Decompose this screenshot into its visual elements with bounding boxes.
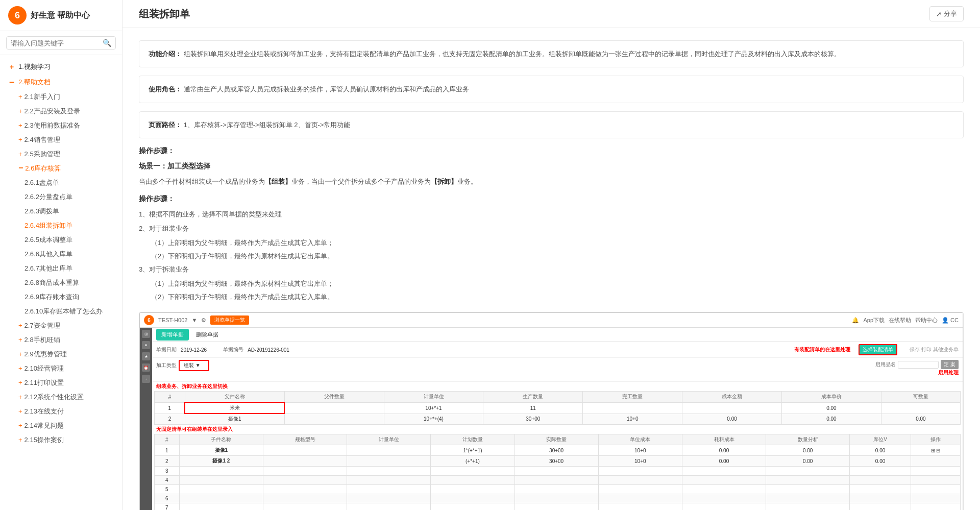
sidebar-item-coupon[interactable]: +2.9优惠券管理 xyxy=(0,347,122,361)
cell: 0.00 xyxy=(781,402,881,414)
confirm-btn[interactable]: 定 案 xyxy=(941,360,959,369)
child-table-header: # 子件名称 规格型号 计量单位 计划数量 实际数量 单位成本 耗料成本 数量分 xyxy=(155,434,961,445)
cell: 7 xyxy=(155,503,180,510)
app-tab-delete[interactable]: 删除单据 xyxy=(191,329,224,341)
plus-icon-print: + xyxy=(18,379,22,386)
sidebar-item-docs[interactable]: − 2.帮助文档 xyxy=(0,75,122,90)
select-bom-btn[interactable]: 选择装配清单 xyxy=(859,344,897,355)
sidebar-item-install[interactable]: +2.2产品安装及登录 xyxy=(0,104,122,118)
sidebar-item-cost-adjust[interactable]: 2.6.5成本调整单 xyxy=(0,233,122,247)
sidebar-item-stock-error[interactable]: 2.6.10库存账本错了怎么办 xyxy=(0,304,122,319)
cell: 摄像1 xyxy=(185,414,284,425)
browse-btn[interactable]: 浏览单据一览 xyxy=(210,315,249,325)
app-tab-new[interactable]: 新增单据 xyxy=(156,329,189,341)
sidebar-item-video[interactable]: + 1.视频学习 xyxy=(0,59,122,75)
sidebar-item-prepare[interactable]: +2.3使用前数据准备 xyxy=(0,118,122,133)
sidebar-menu-icon[interactable]: ≡ xyxy=(142,341,150,349)
cell: 30+00 xyxy=(483,414,583,425)
cell: 5 xyxy=(155,485,180,494)
form-no-value: AD-20191226-001 xyxy=(248,347,289,353)
feature-intro-text: 组装拆卸单用来处理企业组装或拆卸等加工业务，支持有固定装配清单的产品加工业务，也… xyxy=(184,50,841,58)
search-input[interactable] xyxy=(11,39,103,47)
enable-input[interactable] xyxy=(898,361,939,369)
sidebar-item-sales[interactable]: +2.4销售管理 xyxy=(0,133,122,147)
sidebar-item-newbie[interactable]: +2.1新手入门 xyxy=(0,90,122,104)
table-row: 2 摄像1 2 (+*+1) 30+00 10+0 0.00 0.00 xyxy=(155,456,961,467)
sidebar-item-purchase[interactable]: +2.5采购管理 xyxy=(0,147,122,161)
plus-icon-coupon: + xyxy=(18,350,22,358)
col-plan-qty: 计划数量 xyxy=(431,434,514,445)
col-actual-qty: 实际数量 xyxy=(514,434,598,445)
app-main-content: 新增单据 删除单据 单据日期 2019-12-26 单据编号 AD-201912… xyxy=(152,328,963,510)
search-box[interactable]: 🔍 xyxy=(6,36,116,50)
sidebar-item-operation[interactable]: +2.10经营管理 xyxy=(0,361,122,376)
sidebar-star-icon[interactable]: ★ xyxy=(142,352,150,360)
parent-table: # 父件名称 父件数量 计量单位 生产数量 完工数量 成本金额 成本单价 可数量 xyxy=(154,391,961,425)
form-date-label: 单据日期 xyxy=(156,346,177,353)
cell xyxy=(263,476,347,485)
cell xyxy=(179,467,263,476)
step-3-sub2: （2）下部明细为子件明细，最终作为产成品生成其它入库单。 xyxy=(151,290,964,304)
sidebar-item-stocktake[interactable]: 2.6.1盘点单 xyxy=(0,176,122,190)
feature-intro-block: 功能介绍： 组装拆卸单用来处理企业组装或拆卸等加工业务，支持有固定装配清单的产品… xyxy=(139,40,964,67)
sidebar-item-settings[interactable]: +2.12系统个性化设置 xyxy=(0,390,122,404)
sidebar-item-faq[interactable]: +2.14常见问题 xyxy=(0,419,122,433)
sidebar-clock-icon[interactable]: ⏰ xyxy=(142,363,150,372)
minus-icon-inventory: − xyxy=(18,163,23,172)
cell xyxy=(682,503,766,510)
sidebar-item-other-in[interactable]: 2.6.6其他入库单 xyxy=(0,247,122,261)
cell xyxy=(263,456,347,467)
nav-tree: + 1.视频学习 − 2.帮助文档 +2.1新手入门 +2.2产品安装及登录 +… xyxy=(0,55,122,510)
cell: 0.00 xyxy=(682,456,766,467)
role-label: 使用角色： xyxy=(149,85,182,93)
sidebar-item-inventory[interactable]: −2.6库存核算 xyxy=(0,161,122,176)
sidebar-item-partial-stocktake[interactable]: 2.6.2分量盘点单 xyxy=(0,190,122,204)
share-icon: ➚ xyxy=(936,10,942,18)
plus-icon-cases: + xyxy=(18,436,22,444)
sidebar-arrow-icon[interactable]: → xyxy=(142,375,150,383)
sidebar-item-print[interactable]: +2.11打印设置 xyxy=(0,376,122,390)
col-child-name: 子件名称 xyxy=(179,434,263,445)
sidebar-item-finance[interactable]: +2.7资金管理 xyxy=(0,319,122,333)
app-logo-icon: 6 xyxy=(144,315,154,325)
app-id: TEST-H002 xyxy=(158,317,187,323)
cell: 4 xyxy=(155,476,180,485)
col-parent-name: 父件名称 xyxy=(185,392,284,403)
cell xyxy=(263,445,347,456)
sidebar-item-other-out[interactable]: 2.6.7其他出库单 xyxy=(0,261,122,276)
sidebar-item-mobile[interactable]: +2.8手机旺铺 xyxy=(0,333,122,347)
col-avail-qty: 可数量 xyxy=(881,392,960,403)
share-button[interactable]: ➚ 分享 xyxy=(929,6,964,21)
processing-type-selector[interactable]: 组装 ▼ xyxy=(179,360,209,371)
search-icon[interactable]: 🔍 xyxy=(103,39,111,47)
page-title: 组装拆卸单 xyxy=(139,7,190,21)
cell: 11 xyxy=(483,402,583,414)
sidebar-item-cost-recalc[interactable]: 2.6.8商品成本重算 xyxy=(0,276,122,290)
cell: 10+0 xyxy=(598,445,682,456)
sidebar-item-transfer[interactable]: 2.6.3调拨单 xyxy=(0,204,122,218)
sidebar: 6 好生意 帮助中心 🔍 + 1.视频学习 − 2.帮助文档 +2.1新手入门 xyxy=(0,0,122,510)
app-dropdown-icon: ▼ xyxy=(191,317,197,323)
sidebar-item-stock-ledger[interactable]: 2.6.9库存账本查询 xyxy=(0,290,122,304)
sidebar-home-icon[interactable]: ⊞ xyxy=(142,330,150,338)
app-help-icon: 在线帮助 xyxy=(889,317,911,324)
app-sidebar: ⊞ ≡ ★ ⏰ → xyxy=(140,328,152,510)
cell xyxy=(766,485,850,494)
sidebar-item-assembly[interactable]: 2.6.4组装拆卸单 xyxy=(0,218,122,233)
cell xyxy=(347,485,431,494)
cell: 米来 xyxy=(185,402,284,414)
cell: 10+*+(4) xyxy=(384,414,483,425)
cell xyxy=(263,485,347,494)
cell: 10+*+1 xyxy=(384,402,483,414)
cell: 2 xyxy=(155,414,185,425)
cell: ⊞ ⊟ xyxy=(911,445,960,456)
app-settings-icon: ⚙ xyxy=(201,317,206,324)
table-row: 4 xyxy=(155,476,961,485)
cell xyxy=(179,494,263,503)
sidebar-item-cases[interactable]: +2.15操作案例 xyxy=(0,433,122,447)
cell: 10+0 xyxy=(598,456,682,467)
cell xyxy=(514,476,598,485)
col-num: # xyxy=(155,392,185,403)
cell: 1*(+*+1) xyxy=(431,445,514,456)
sidebar-item-payment[interactable]: +2.13在线支付 xyxy=(0,404,122,419)
